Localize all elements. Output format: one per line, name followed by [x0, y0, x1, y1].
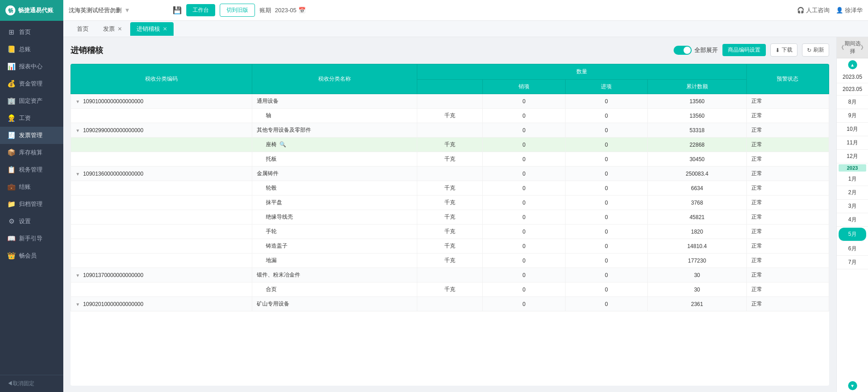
period-item[interactable]: 8月	[837, 96, 868, 109]
settings-icon: ⚙	[7, 217, 15, 225]
table-cell-status: 正常	[746, 225, 829, 239]
table-cell-total: 22868	[647, 138, 746, 152]
col-tax-code-header: 税收分类编码	[71, 64, 252, 94]
sidebar-item-assets[interactable]: 🏢 固定资产	[0, 92, 63, 110]
table-cell-unit: 千克	[417, 181, 483, 196]
table-cell-code: ▼ 10901000000000000000	[71, 94, 252, 109]
table-cell-name: 轴	[252, 109, 417, 123]
period-item[interactable]: 3月	[837, 200, 868, 213]
table-cell-purchase: 0	[565, 196, 647, 210]
product-code-button[interactable]: 商品编码设置	[722, 44, 766, 56]
period-item[interactable]: 2023	[839, 164, 866, 172]
calendar-icon[interactable]: 📅	[298, 7, 306, 14]
period-item[interactable]: 12月	[837, 150, 868, 163]
sidebar-item-reports[interactable]: 📊 报表中心	[0, 58, 63, 75]
topbar-right: 🎧 人工咨询 👤 徐泽华	[797, 6, 863, 14]
sidebar-item-invoice[interactable]: 🧾 发票管理	[0, 127, 63, 144]
sidebar-item-settings[interactable]: ⚙ 设置	[0, 213, 63, 230]
table-cell-name: 轮毂	[252, 181, 417, 196]
period-item[interactable]: 2023.05	[837, 83, 868, 96]
table-cell-total: 13560	[647, 94, 746, 109]
sidebar-item-settlement[interactable]: 💼 结账	[0, 178, 63, 196]
expand-icon[interactable]: ▼	[75, 302, 81, 307]
member-icon: 👑	[7, 252, 15, 260]
panel-collapse-left-icon[interactable]: 《	[839, 44, 844, 52]
col-unit-header	[417, 80, 483, 94]
period-item[interactable]: 7月	[837, 256, 868, 269]
close-icon[interactable]: ✕	[118, 26, 122, 32]
sidebar-item-tax[interactable]: 📋 税务管理	[0, 161, 63, 178]
table-cell-status: 正常	[746, 181, 829, 196]
table-cell-sales-val: 0	[483, 123, 565, 138]
sidebar-nav: ⊞ 首页 📒 总账 📊 报表中心 💰 资金管理 🏢 固定资产 👷 工资 🧾 发票…	[0, 21, 63, 375]
period-item[interactable]: 9月	[837, 109, 868, 123]
table-cell-unit: 千克	[417, 253, 483, 268]
period-item[interactable]: 2月	[837, 186, 868, 200]
sidebar-bottom-label: ◀取消固定	[7, 380, 34, 387]
tab-reconciliation[interactable]: 进销稽核 ✕	[130, 22, 174, 36]
download-button[interactable]: ⬇ 下载	[770, 43, 797, 57]
period-item[interactable]: 5月	[839, 228, 866, 241]
sidebar-item-finance[interactable]: 💰 资金管理	[0, 75, 63, 92]
sidebar-item-member[interactable]: 👑 畅会员	[0, 247, 63, 264]
workbench-button[interactable]: 工作台	[186, 4, 215, 16]
panel-expand-right-icon[interactable]: 》	[861, 44, 866, 52]
refresh-button[interactable]: ↻ 刷新	[802, 43, 829, 57]
sidebar-item-label: 资金管理	[19, 80, 42, 88]
period-display: 账期 2023-05 📅	[259, 6, 306, 14]
company-selector[interactable]: 沈海英测试经营勿删 ▼	[69, 6, 168, 14]
scroll-up-button[interactable]: ▲	[848, 60, 857, 69]
tab-invoice-label: 发票	[103, 25, 115, 33]
period-item[interactable]: 10月	[837, 123, 868, 136]
period-item[interactable]: 1月	[837, 172, 868, 186]
table-cell-sales	[417, 167, 483, 181]
table-cell-sales	[417, 123, 483, 138]
period-item[interactable]: 4月	[837, 213, 868, 227]
expand-icon[interactable]: ▼	[75, 99, 81, 104]
period-item[interactable]: 2023.05	[837, 71, 868, 83]
tab-home-label: 首页	[77, 25, 89, 33]
table-cell-sales: 0	[483, 225, 565, 239]
download-icon: ⬇	[775, 47, 780, 53]
sidebar-item-salary[interactable]: 👷 工资	[0, 110, 63, 127]
col-sales-header: 销项	[483, 80, 565, 94]
table-cell-status: 正常	[746, 138, 829, 152]
close-icon[interactable]: ✕	[163, 26, 167, 32]
tab-invoice[interactable]: 发票 ✕	[97, 22, 128, 36]
expand-icon[interactable]: ▼	[75, 273, 81, 278]
expand-icon[interactable]: ▼	[75, 128, 81, 133]
sidebar-item-label: 报表中心	[19, 62, 42, 71]
headset-icon: 🎧	[797, 7, 804, 14]
toggle-switch[interactable]	[674, 46, 692, 55]
table-cell-status: 正常	[746, 94, 829, 109]
sidebar-item-inventory[interactable]: 📦 库存核算	[0, 144, 63, 161]
sidebar-item-ledger[interactable]: 📒 总账	[0, 41, 63, 58]
sidebar-item-home[interactable]: ⊞ 首页	[0, 24, 63, 41]
table-cell-name: 地漏	[252, 253, 417, 268]
table-cell-purchase-val: 0	[565, 268, 647, 282]
expand-icon[interactable]: ▼	[75, 172, 81, 177]
table-cell-code	[71, 109, 252, 123]
period-label: 账期	[259, 6, 271, 14]
period-item[interactable]: 6月	[837, 242, 868, 256]
table-cell-purchase: 0	[565, 181, 647, 196]
sidebar-unpin[interactable]: ◀取消固定	[0, 375, 63, 392]
table-cell-total: 13560	[647, 109, 746, 123]
table-cell-unit: 千克	[417, 225, 483, 239]
sidebar-item-label: 总账	[19, 45, 31, 53]
sidebar-item-label: 固定资产	[19, 97, 42, 105]
sidebar-item-guide[interactable]: 📖 新手引导	[0, 230, 63, 247]
search-icon[interactable]: 🔍	[279, 141, 286, 148]
sidebar-item-archive[interactable]: 📁 归档管理	[0, 196, 63, 213]
period-value: 2023-05	[275, 7, 297, 14]
table-cell-code	[71, 138, 252, 152]
support-button[interactable]: 🎧 人工咨询	[797, 6, 830, 14]
expand-all-toggle[interactable]: 全部展开	[674, 46, 718, 55]
tab-home[interactable]: 首页	[71, 22, 95, 36]
period-item[interactable]: 11月	[837, 136, 868, 150]
table-cell-code	[71, 239, 252, 253]
scroll-down-button[interactable]: ▼	[848, 381, 857, 390]
user-menu[interactable]: 👤 徐泽华	[836, 6, 863, 14]
switch-button[interactable]: 切到旧版	[220, 4, 255, 17]
sidebar-item-label: 工资	[19, 114, 31, 122]
